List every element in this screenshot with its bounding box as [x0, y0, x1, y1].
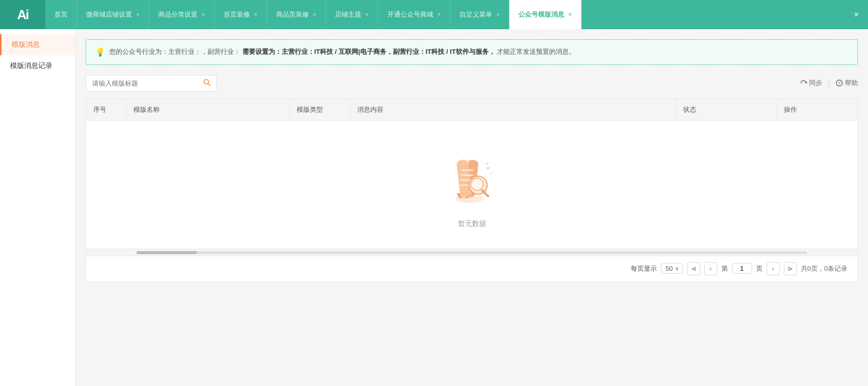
nav-tabs-container: 首页 微商城店铺设置 × 商品分类设置 × 首页装修 × 商品页装修 × 店铺主…	[45, 0, 844, 29]
nav-tab-home[interactable]: 首页	[45, 0, 77, 29]
notice-box: 💡 您的公众号行业为：主营行业：，副营行业： 需要设置为：主营行业：IT科技 /…	[86, 39, 858, 65]
nav-tab-weishop[interactable]: 微商城店铺设置 ×	[77, 0, 149, 29]
close-tab-wechat-shop[interactable]: ×	[437, 11, 441, 18]
col-name: 模版名称	[126, 99, 290, 120]
scrollbar-thumb[interactable]	[137, 251, 197, 254]
notice-icon: 💡	[95, 47, 105, 57]
nav-tab-home-decor[interactable]: 首页装修 ×	[215, 0, 267, 29]
content-area: 💡 您的公众号行业为：主营行业：，副营行业： 需要设置为：主营行业：IT科技 /…	[76, 29, 868, 386]
notice-text: 您的公众号行业为：主营行业：，副营行业： 需要设置为：主营行业：IT科技 / 互…	[109, 47, 575, 57]
col-content: 消息内容	[350, 99, 676, 120]
close-tab-custom-menu[interactable]: ×	[496, 11, 500, 18]
page-label: 第	[721, 264, 728, 273]
page-suffix: 页	[756, 264, 763, 273]
close-tab-theme[interactable]: ×	[365, 11, 369, 18]
close-tab-weishop[interactable]: ×	[136, 11, 140, 18]
sidebar: 模版消息 模版消息记录	[0, 29, 76, 386]
close-tab-category[interactable]: ×	[202, 11, 205, 18]
scrollbar-track	[137, 251, 807, 254]
page-size-label: 每页显示	[631, 264, 657, 273]
nav-tab-wechat-shop[interactable]: 开通公众号商城 ×	[378, 0, 450, 29]
sidebar-item-template-msg[interactable]: 模版消息	[0, 34, 75, 55]
help-icon: ?	[836, 80, 843, 87]
app-logo: Ai	[0, 0, 45, 29]
close-tab-template-msg[interactable]: ×	[568, 11, 572, 18]
page-size-value: 50	[665, 265, 673, 272]
page-number-input[interactable]	[732, 263, 752, 274]
col-seq: 序号	[86, 99, 126, 120]
main-layout: 模版消息 模版消息记录 💡 您的公众号行业为：主营行业：，副营行业： 需要设置为…	[0, 29, 868, 386]
nav-tab-custom-menu[interactable]: 自定义菜单 ×	[450, 0, 509, 29]
search-actions: 同步 | ? 帮助	[800, 79, 858, 88]
nav-tab-theme[interactable]: 店铺主题 ×	[326, 0, 378, 29]
col-type: 模版类型	[290, 99, 350, 120]
first-page-button[interactable]: ⊲	[687, 262, 700, 275]
svg-point-10	[471, 178, 483, 190]
empty-state: 暂无数据	[86, 121, 857, 249]
top-navigation: Ai 首页 微商城店铺设置 × 商品分类设置 × 首页装修 × 商品页装修 × …	[0, 0, 868, 29]
svg-point-13	[490, 173, 492, 175]
pagination: 每页显示 50 ∨ ⊲ ‹ 第 页 › ⊳ 共0页，0条记录	[86, 256, 857, 281]
last-page-button[interactable]: ⊳	[784, 262, 797, 275]
prev-page-button[interactable]: ‹	[704, 262, 717, 275]
search-button[interactable]	[198, 75, 216, 91]
svg-line-1	[208, 84, 210, 86]
table-header: 序号 模版名称 模版类型 消息内容 状态 操作	[86, 99, 857, 121]
col-action: 操作	[777, 99, 857, 120]
close-all-tabs-button[interactable]: ×	[844, 10, 868, 20]
help-button[interactable]: ? 帮助	[836, 79, 858, 88]
page-total: 共0页，0条记录	[801, 264, 847, 273]
close-tab-product-decor[interactable]: ×	[313, 11, 316, 18]
sync-icon	[800, 80, 807, 87]
sync-button[interactable]: 同步	[800, 79, 822, 88]
next-page-button[interactable]: ›	[767, 262, 780, 275]
empty-text: 暂无数据	[458, 219, 486, 228]
nav-tab-product-decor[interactable]: 商品页装修 ×	[267, 0, 326, 29]
col-status: 状态	[676, 99, 777, 120]
page-size-select[interactable]: 50 ∨	[661, 263, 683, 274]
search-input[interactable]	[86, 76, 198, 90]
data-table: 序号 模版名称 模版类型 消息内容 状态 操作	[86, 99, 858, 282]
close-tab-home-decor[interactable]: ×	[254, 11, 257, 18]
divider: |	[828, 80, 830, 87]
empty-svg	[442, 151, 502, 211]
search-icon	[203, 79, 211, 87]
chevron-down-icon: ∨	[675, 266, 679, 271]
nav-tab-template-msg[interactable]: 公众号模版消息 ×	[509, 0, 581, 29]
search-bar: 同步 | ? 帮助	[86, 75, 858, 92]
svg-text:?: ?	[838, 81, 840, 86]
nav-tab-category[interactable]: 商品分类设置 ×	[149, 0, 215, 29]
svg-point-12	[487, 167, 490, 170]
horizontal-scrollbar[interactable]	[86, 249, 857, 256]
sidebar-item-template-record[interactable]: 模版消息记录	[0, 55, 75, 76]
search-field-container	[86, 75, 217, 92]
empty-illustration	[442, 151, 502, 211]
